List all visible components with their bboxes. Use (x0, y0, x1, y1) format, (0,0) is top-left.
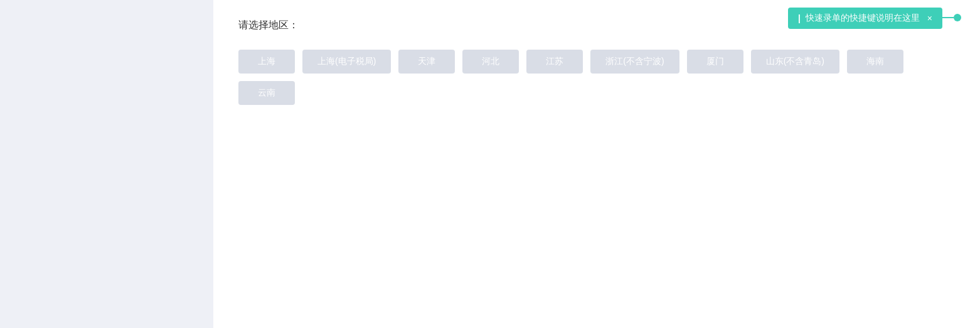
tooltip-banner: 快速录单的快捷键说明在这里 × (788, 8, 942, 29)
main-content: 请选择地区： 上海上海(电子税局)天津河北江苏浙江(不含宁波)厦门山东(不含青岛… (213, 0, 980, 328)
region-button-2[interactable]: 天津 (398, 50, 455, 74)
region-button-7[interactable]: 山东(不含青岛) (751, 50, 839, 74)
region-button-5[interactable]: 浙江(不含宁波) (590, 50, 679, 74)
left-sidebar (0, 0, 213, 328)
region-button-8[interactable]: 海南 (847, 50, 903, 74)
tooltip-close-button[interactable]: × (927, 13, 932, 23)
region-button-9[interactable]: 云南 (238, 81, 295, 105)
region-button-6[interactable]: 厦门 (687, 50, 743, 74)
region-grid: 上海上海(电子税局)天津河北江苏浙江(不含宁波)厦门山东(不含青岛)海南云南 (238, 50, 955, 105)
region-button-0[interactable]: 上海 (238, 50, 295, 74)
region-button-3[interactable]: 河北 (462, 50, 519, 74)
region-button-4[interactable]: 江苏 (526, 50, 583, 74)
tooltip-text: 快速录单的快捷键说明在这里 (806, 13, 920, 24)
tooltip-dot (954, 14, 961, 21)
region-button-1[interactable]: 上海(电子税局) (302, 50, 391, 74)
tooltip-line (941, 17, 954, 18)
